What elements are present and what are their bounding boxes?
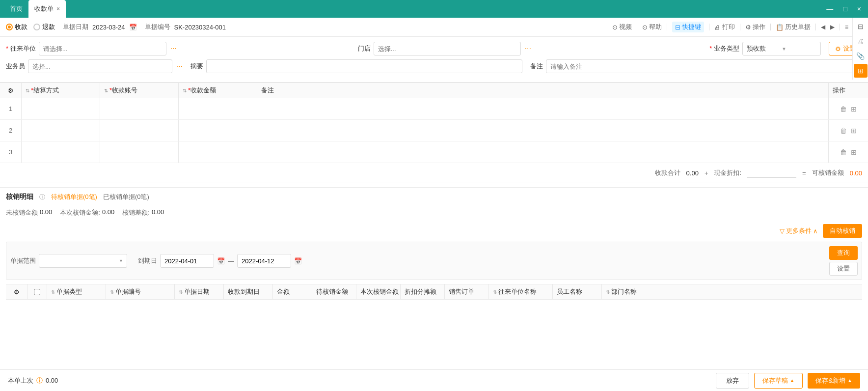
store-input[interactable] bbox=[374, 42, 521, 56]
save-draft-button[interactable]: 保存草稿 ▲ bbox=[754, 373, 803, 389]
more-conditions-button[interactable]: ▽ 更多条件 ∧ bbox=[780, 226, 818, 235]
row1-jiesuan[interactable] bbox=[22, 98, 100, 119]
refund-radio[interactable]: 退款 bbox=[33, 23, 55, 31]
date-to-calendar-icon[interactable]: 📅 bbox=[294, 257, 302, 265]
due-date-field: 到期日 📅 — 📅 bbox=[138, 254, 302, 268]
row3-jiesuan[interactable] bbox=[22, 141, 100, 163]
done-tab[interactable]: 已核销单据(0笔) bbox=[103, 193, 149, 201]
sort-lname-icon[interactable]: ⇅ bbox=[493, 289, 497, 295]
nav-right-button[interactable]: ▶ bbox=[830, 24, 835, 30]
save-new-label: 保存&新增 bbox=[815, 376, 845, 385]
maximize-button[interactable]: □ bbox=[840, 4, 850, 14]
row3-num: 3 bbox=[0, 141, 22, 163]
row3-shouzhang[interactable] bbox=[100, 141, 179, 163]
staff-input[interactable] bbox=[28, 59, 172, 73]
close-button[interactable]: × bbox=[854, 4, 864, 14]
save-new-button[interactable]: 保存&新增 ▲ bbox=[808, 373, 860, 389]
biz-type-select[interactable]: 预收款 ▼ bbox=[742, 42, 821, 56]
history-button[interactable]: 📋 历史单据 bbox=[776, 23, 811, 31]
toolbar-right: ⊙ 视频 ⊙ 帮助 ⊟ 快捷键 🖨 打印 ⚙ 操作 bbox=[612, 22, 862, 32]
sort-djbh-icon[interactable]: ⇅ bbox=[110, 289, 114, 295]
tab-close-icon[interactable]: × bbox=[56, 5, 60, 12]
print-button[interactable]: 🖨 打印 bbox=[714, 23, 735, 31]
sort-jiesuan-icon[interactable]: ⇅ bbox=[26, 88, 29, 93]
store-more-icon[interactable]: ··· bbox=[525, 44, 531, 53]
counterpart-input[interactable] bbox=[39, 42, 166, 56]
form-row-1: * 往来单位 ··· 门店 ··· * 业务类型 预收款 ▼ bbox=[6, 42, 862, 56]
counterpart-more-icon[interactable]: ··· bbox=[170, 44, 177, 53]
sort-jine-icon[interactable]: ⇅ bbox=[183, 88, 187, 93]
range-select[interactable] bbox=[39, 254, 127, 268]
row2-caozuo: 🗑 ⊞ bbox=[829, 120, 868, 141]
date-to-input[interactable] bbox=[237, 254, 291, 268]
row2-jiesuan[interactable] bbox=[22, 120, 100, 141]
nav-left-button[interactable]: ◀ bbox=[821, 24, 825, 30]
tab-home[interactable]: 首页 bbox=[4, 0, 28, 18]
note-input[interactable] bbox=[546, 59, 862, 73]
summary-input[interactable] bbox=[206, 59, 522, 73]
per-order-value: 0.00 bbox=[46, 377, 58, 384]
row3-delete-icon[interactable]: 🗑 bbox=[840, 148, 847, 156]
discount-input[interactable] bbox=[747, 168, 796, 178]
minimize-button[interactable]: — bbox=[823, 4, 836, 14]
ops-button[interactable]: ⚙ 操作 bbox=[745, 23, 765, 31]
select-all-checkbox[interactable] bbox=[34, 289, 40, 295]
doc-date-calendar-icon[interactable]: 📅 bbox=[129, 24, 137, 31]
sort-dname-icon[interactable]: ⇅ bbox=[606, 289, 610, 295]
row1-beizhu[interactable] bbox=[257, 98, 829, 119]
auto-hexiao-button[interactable]: 自动核销 bbox=[823, 224, 862, 238]
detail-settings-button[interactable]: 设置 bbox=[829, 262, 858, 276]
list-view-button[interactable]: ≡ bbox=[845, 24, 848, 30]
help-button[interactable]: ⊙ 帮助 bbox=[642, 23, 662, 31]
receipt-type-group: 收款 退款 bbox=[6, 23, 55, 31]
row1-copy-icon[interactable]: ⊞ bbox=[851, 105, 857, 113]
receipt-radio[interactable]: 收款 bbox=[6, 23, 27, 31]
row3-beizhu[interactable] bbox=[257, 141, 829, 163]
row3-copy-icon[interactable]: ⊞ bbox=[851, 148, 857, 156]
detail-settings-icon[interactable]: ⚙ bbox=[6, 284, 27, 299]
tab-receipt-label: 收款单 bbox=[34, 4, 54, 13]
row3-jine[interactable] bbox=[179, 141, 257, 163]
pending-tab[interactable]: 待核销单据(0笔) bbox=[51, 193, 97, 201]
shortcut-button[interactable]: ⊟ 快捷键 bbox=[672, 22, 704, 32]
save-draft-arrow-icon: ▲ bbox=[790, 378, 795, 383]
row1-delete-icon[interactable]: 🗑 bbox=[840, 105, 847, 113]
row2-shouzhang[interactable] bbox=[100, 120, 179, 141]
row1-jine[interactable] bbox=[179, 98, 257, 119]
table-row: 3 🗑 ⊞ bbox=[0, 141, 868, 163]
row1-shouzhang[interactable] bbox=[100, 98, 179, 119]
sort-djrq-icon[interactable]: ⇅ bbox=[179, 289, 183, 295]
video-button[interactable]: ⊙ 视频 bbox=[612, 23, 632, 31]
sidebar-print-icon[interactable]: 🖨 bbox=[854, 34, 868, 48]
staff-more-icon[interactable]: ··· bbox=[176, 62, 183, 71]
sort-shouzhang-icon[interactable]: ⇅ bbox=[104, 88, 108, 93]
th-beizhu: 备注 bbox=[257, 83, 829, 98]
unverified-value: 0.00 bbox=[40, 208, 52, 217]
date-from-input[interactable] bbox=[160, 254, 214, 268]
date-from-calendar-icon[interactable]: 📅 bbox=[217, 257, 225, 265]
row2-beizhu[interactable] bbox=[257, 120, 829, 141]
per-order-label: 本单上次 bbox=[8, 376, 33, 385]
sidebar-clip-icon[interactable]: 📎 bbox=[854, 49, 868, 63]
row2-copy-icon[interactable]: ⊞ bbox=[851, 127, 857, 135]
dth-bcje: 本次核销金额 bbox=[356, 284, 401, 299]
row2-delete-icon[interactable]: 🗑 bbox=[840, 127, 847, 135]
th-caozuo-label: 操作 bbox=[833, 86, 845, 95]
sidebar-table-icon[interactable]: ⊟ bbox=[854, 20, 868, 33]
query-button[interactable]: 查询 bbox=[829, 246, 858, 260]
dth-sddq: 收款到期日 bbox=[224, 284, 273, 299]
available-value: 0.00 bbox=[850, 169, 862, 177]
sidebar-form-icon[interactable]: ⊞ bbox=[854, 64, 868, 78]
tab-bar: 首页 收款单 × — □ × bbox=[0, 0, 868, 18]
receipt-radio-label: 收款 bbox=[15, 23, 27, 31]
abandon-button[interactable]: 放弃 bbox=[716, 373, 749, 389]
table-settings-icon[interactable]: ⚙ bbox=[0, 83, 22, 98]
main-container: 收款 退款 单据日期 2023-03-24 📅 单据编号 SK-20230324… bbox=[0, 18, 868, 391]
counterpart-label: * 往来单位 bbox=[6, 44, 36, 53]
hexiao-info-icon[interactable]: ⓘ bbox=[39, 193, 45, 201]
save-draft-label: 保存草稿 bbox=[762, 376, 788, 385]
row2-jine[interactable] bbox=[179, 120, 257, 141]
per-order-info-icon[interactable]: ⓘ bbox=[36, 376, 43, 385]
tab-receipt[interactable]: 收款单 × bbox=[28, 0, 66, 18]
sort-djlx-icon[interactable]: ⇅ bbox=[51, 289, 55, 295]
